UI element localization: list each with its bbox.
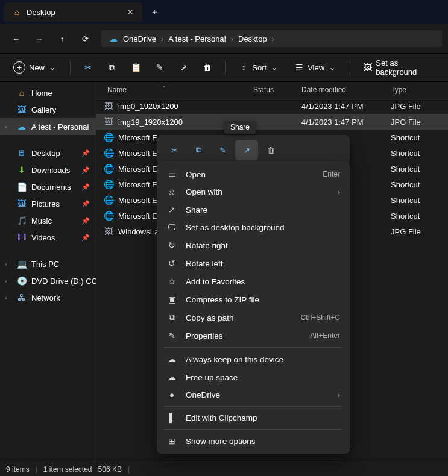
rename-icon: ✎ — [219, 146, 226, 155]
share-button[interactable]: ↗ — [174, 59, 194, 76]
mini-delete-button[interactable]: 🗑 — [259, 140, 282, 160]
status-size: 506 KB — [98, 465, 122, 474]
sidebar-item-pictures[interactable]: 🖼Pictures📌 — [0, 195, 96, 212]
cut-icon: ✂ — [83, 63, 93, 72]
ctx-label: Compress to ZIP file — [186, 295, 340, 304]
ctx-label: Always keep on this device — [186, 355, 340, 364]
sidebar-item-documents[interactable]: 📄Documents📌 — [0, 178, 96, 195]
sidebar-item-label: Desktop — [31, 149, 60, 158]
column-headers[interactable]: Nameˆ Status Date modified Type — [96, 82, 448, 98]
file-type: Shortcut — [386, 164, 448, 174]
copy-button[interactable]: ⧉ — [102, 59, 122, 76]
separator — [70, 60, 71, 75]
sidebar-item-gallery[interactable]: 🖼Gallery — [0, 101, 96, 118]
file-type: Shortcut — [386, 133, 448, 142]
crumb-atest[interactable]: A test - Personal — [168, 34, 226, 43]
up-button[interactable]: ↑ — [52, 28, 72, 49]
sidebar-item-downloads[interactable]: ⬇Downloads📌 — [0, 161, 96, 178]
separator — [164, 347, 342, 348]
mini-rename-button[interactable]: ✎ — [211, 140, 234, 160]
file-row[interactable]: 🖼img0_1920x12004/1/2023 1:47 PMJPG File — [96, 98, 448, 114]
ctx-open-with[interactable]: ⎌Open with› — [157, 183, 350, 201]
copy-icon: ⧉ — [196, 145, 201, 155]
ctx-label: Open with — [186, 187, 329, 196]
col-date[interactable]: Date modified — [301, 86, 386, 94]
sidebar-item-this-pc[interactable]: ›💻This PC — [0, 255, 96, 272]
ctx-properties[interactable]: ✎PropertiesAlt+Enter — [157, 327, 350, 345]
sidebar-item-a-test-personal[interactable]: ›☁A test - Personal — [0, 118, 96, 135]
new-tab-button[interactable]: ＋ — [146, 4, 163, 20]
crumb-desktop[interactable]: Desktop — [238, 34, 267, 43]
file-row[interactable]: 🖼img19_1920x12004/1/2023 1:47 PMJPG File — [96, 114, 448, 130]
ctx-open[interactable]: ▭OpenEnter — [157, 165, 350, 183]
col-type[interactable]: Type — [386, 86, 448, 94]
ctx-compress-to-zip-file[interactable]: ▣Compress to ZIP file — [157, 290, 350, 308]
set-background-button[interactable]: 🖼 Set as background — [358, 55, 441, 80]
chevron-right-icon: › — [161, 34, 163, 43]
ctx-icon: ⊞ — [166, 436, 177, 446]
ctx-show-more-options[interactable]: ⊞Show more options — [157, 432, 350, 450]
file-type: JPG File — [386, 117, 448, 127]
ctx-free-up-space[interactable]: ☁Free up space — [157, 368, 350, 386]
sidebar-item-network[interactable]: ›🖧Network — [0, 289, 96, 306]
ctx-icon: ↻ — [166, 240, 177, 250]
delete-button[interactable]: 🗑 — [198, 59, 218, 76]
cut-button[interactable]: ✂ — [78, 59, 98, 76]
sidebar-item-dvd-drive-d-ccc[interactable]: ›💿DVD Drive (D:) CCC — [0, 272, 96, 289]
col-name[interactable]: Nameˆ — [96, 86, 253, 94]
ctx-add-to-favorites[interactable]: ☆Add to Favorites — [157, 272, 350, 290]
refresh-button[interactable]: ⟳ — [75, 28, 95, 49]
ctx-label: Free up space — [186, 373, 340, 382]
sidebar-item-desktop[interactable]: 🖥Desktop📌 — [0, 145, 96, 161]
ctx-set-as-desktop-background[interactable]: 🖵Set as desktop background — [157, 219, 350, 236]
view-button[interactable]: ☰ View ⌄ — [288, 59, 342, 76]
tab-desktop[interactable]: ⌂ Desktop ✕ — [4, 2, 142, 22]
pin-icon: 📌 — [81, 149, 90, 157]
back-button[interactable]: ← — [6, 28, 27, 49]
ctx-share[interactable]: ↗Share — [157, 201, 350, 219]
crumb-onedrive[interactable]: OneDrive — [123, 34, 156, 43]
ctx-edit-with-clipchamp[interactable]: ▌Edit with Clipchamp — [157, 409, 350, 427]
view-label: View — [308, 63, 324, 72]
file-name: WindowsLa — [118, 227, 159, 236]
ctx-shortcut: Enter — [323, 170, 340, 178]
ctx-icon: ⧉ — [166, 313, 177, 322]
ctx-onedrive[interactable]: ●OneDrive› — [157, 386, 350, 404]
sidebar-item-home[interactable]: ⌂Home — [0, 84, 96, 101]
pc-icon: 💻 — [17, 259, 27, 269]
ctx-label: Rotate right — [186, 241, 340, 250]
file-icon: 🌐 — [104, 195, 113, 205]
breadcrumb[interactable]: ☁ OneDrive › A test - Personal › Desktop… — [101, 30, 442, 47]
chevron-right-icon: › — [5, 295, 7, 301]
sort-button[interactable]: ↕ Sort ⌄ — [233, 59, 285, 76]
sidebar: ⌂Home🖼Gallery›☁A test - Personal🖥Desktop… — [0, 82, 96, 462]
col-status[interactable]: Status — [253, 86, 301, 94]
ctx-rotate-right[interactable]: ↻Rotate right — [157, 236, 350, 254]
rename-icon: ✎ — [155, 63, 165, 72]
mini-copy-button[interactable]: ⧉ — [187, 140, 210, 160]
file-type: Shortcut — [386, 211, 448, 221]
rename-button[interactable]: ✎ — [150, 59, 170, 76]
file-type: Shortcut — [386, 149, 448, 158]
doc-icon: 📄 — [17, 182, 27, 192]
sidebar-item-label: Home — [31, 89, 52, 98]
close-icon[interactable]: ✕ — [127, 7, 134, 17]
new-button[interactable]: + New ⌄ — [7, 58, 63, 77]
ctx-label: Open — [186, 170, 314, 179]
ctx-always-keep-on-this-device[interactable]: ☁Always keep on this device — [157, 350, 350, 368]
sidebar-item-videos[interactable]: 🎞Videos📌 — [0, 229, 96, 246]
dvd-icon: 💿 — [17, 276, 27, 286]
cut-icon: ✂ — [171, 146, 178, 155]
ctx-label: Rotate left — [186, 259, 340, 268]
file-icon: 🌐 — [104, 133, 113, 142]
sidebar-item-music[interactable]: 🎵Music📌 — [0, 212, 96, 229]
mini-share-button[interactable]: ↗ — [235, 140, 258, 160]
mini-cut-button[interactable]: ✂ — [163, 140, 186, 160]
ctx-copy-as-path[interactable]: ⧉Copy as pathCtrl+Shift+C — [157, 308, 350, 327]
sidebar-item-label: This PC — [31, 260, 59, 269]
paste-button[interactable]: 📋 — [125, 59, 146, 76]
ctx-rotate-left[interactable]: ↺Rotate left — [157, 254, 350, 272]
file-icon: 🖼 — [104, 227, 113, 236]
cloud-icon: ☁ — [109, 34, 118, 43]
share-icon: ↗ — [179, 63, 189, 72]
